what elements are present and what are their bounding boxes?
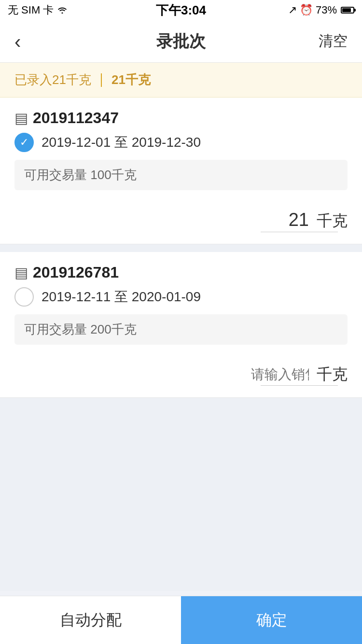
nav-bar: ‹ 录批次 清空: [0, 20, 362, 63]
batch-card-1: ▤ 2019112347 ✓ 2019-12-01 至 2019-12-30 可…: [0, 98, 362, 244]
batch-2-unit: 千克: [317, 364, 348, 385]
radio-check-icon: ✓: [20, 137, 28, 148]
batch-1-date: 2019-12-01 至 2019-12-30: [42, 133, 201, 152]
back-button[interactable]: ‹: [14, 32, 21, 51]
auto-distribute-button[interactable]: 自动分配: [0, 596, 181, 644]
section-separator: [0, 244, 362, 252]
batch-2-date-row: 2019-12-11 至 2020-01-09: [14, 287, 348, 307]
batch-1-value-row: 千克: [251, 210, 348, 232]
batch-1-unit: 千克: [317, 210, 348, 232]
batch-2-id: 2019126781: [33, 264, 119, 281]
batch-2-icon: ▤: [14, 264, 28, 281]
batch-1-icon: ▤: [14, 110, 28, 126]
status-right: ↗ ⏰ 73%: [288, 4, 354, 16]
bottom-buttons: 自动分配 确定: [0, 596, 362, 644]
batch-2-input-row: 千克: [0, 354, 362, 398]
content-area: ▤ 2019112347 ✓ 2019-12-01 至 2019-12-30 可…: [0, 98, 362, 639]
batch-1-date-row: ✓ 2019-12-01 至 2019-12-30: [14, 133, 348, 152]
batch-1-quantity-row: 千克: [0, 200, 362, 244]
empty-area: [0, 398, 362, 591]
info-banner: 已录入21千克 21千克: [0, 63, 362, 98]
batch-2-input-container: 千克: [251, 364, 348, 390]
batch-2-header: ▤ 2019126781: [14, 264, 348, 281]
wifi-icon: [57, 7, 67, 14]
page-title: 录批次: [156, 30, 206, 53]
batch-2-radio[interactable]: [14, 287, 34, 307]
batch-2-underline: [261, 385, 338, 386]
info-divider: [101, 73, 102, 87]
battery-percent: 73%: [316, 4, 337, 16]
batch-1-radio[interactable]: ✓: [14, 133, 34, 152]
recorded-value: 21千克: [111, 71, 151, 88]
status-left: 无 SIM 卡: [8, 3, 67, 17]
confirm-button[interactable]: 确定: [181, 596, 362, 644]
batch-card-1-inner: ▤ 2019112347 ✓ 2019-12-01 至 2019-12-30 可…: [0, 98, 362, 200]
batch-card-2-inner: ▤ 2019126781 2019-12-11 至 2020-01-09 可用交…: [0, 252, 362, 354]
batch-2-quantity-input[interactable]: [251, 367, 309, 382]
batch-1-availability: 可用交易量 100千克: [14, 160, 348, 190]
batch-1-header: ▤ 2019112347: [14, 109, 348, 127]
batch-1-quantity-input[interactable]: [251, 210, 309, 230]
batch-2-date: 2019-12-11 至 2020-01-09: [42, 288, 201, 306]
clear-button[interactable]: 清空: [319, 31, 348, 51]
location-icon: ↗: [288, 4, 297, 16]
batch-1-id: 2019112347: [33, 109, 119, 127]
status-time: 下午3:04: [156, 2, 206, 19]
batch-1-underline: [261, 232, 338, 232]
battery-icon: [341, 7, 354, 14]
alarm-icon: ⏰: [300, 4, 313, 16]
batch-2-value-row: 千克: [251, 364, 348, 385]
batch-card-2: ▤ 2019126781 2019-12-11 至 2020-01-09 可用交…: [0, 252, 362, 398]
batch-1-quantity-container: 千克: [251, 210, 348, 236]
sim-text: 无 SIM 卡: [8, 3, 54, 17]
batch-2-availability: 可用交易量 200千克: [14, 314, 348, 345]
status-bar: 无 SIM 卡 下午3:04 ↗ ⏰ 73%: [0, 0, 362, 20]
recorded-label: 已录入21千克: [14, 71, 91, 88]
